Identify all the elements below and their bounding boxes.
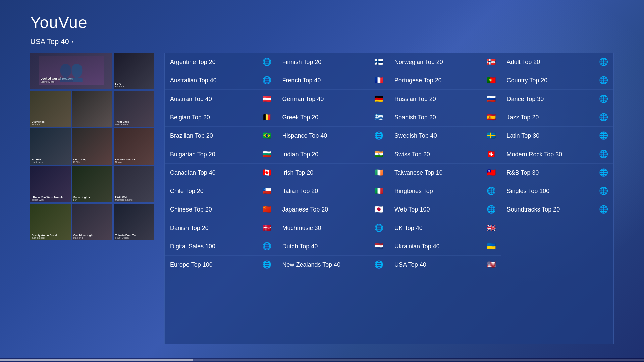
chart-item-europe-top-100[interactable]: Europe Top 100 🌐 [165, 256, 277, 274]
chart-item-greek-top-20[interactable]: Greek Top 20 🇬🇷 [277, 108, 389, 127]
section-header: USA Top 40 › [30, 37, 614, 46]
chart-item-brazilian-top-20[interactable]: Brazilian Top 20 🇧🇷 [165, 127, 277, 145]
chart-item-dutch-top-40[interactable]: Dutch Top 40 🇳🇱 [277, 237, 389, 256]
thumbnail-4[interactable] [72, 90, 113, 127]
chart-item-modern-rock-top-30[interactable]: Modern Rock Top 30 🌐 [501, 145, 614, 164]
chart-item-uk-top-40[interactable]: UK Top 40 🇬🇧 [389, 219, 501, 237]
chart-item-new-zealands-top-40[interactable]: New Zealands Top 40 🌐 [277, 256, 389, 274]
chart-panel: Argentine Top 20 🌐 Australian Top 40 🌐 A… [164, 53, 614, 344]
chart-item-chile-top-20[interactable]: Chile Top 20 🇨🇱 [165, 182, 277, 200]
thumbnail-large[interactable]: Locked Out Of Heaven Bruno Mars 👥 [30, 53, 112, 89]
thumbnail-5[interactable]: Let Me Love You Ne-Yo [114, 128, 154, 165]
thumbnail-7[interactable]: Die Young Ke$Ha [72, 128, 113, 165]
main-layout: Locked Out Of Heaven Bruno Mars 👥 I Cry … [30, 53, 614, 344]
thumbnail-panel: Locked Out Of Heaven Bruno Mars 👥 I Cry … [30, 53, 154, 240]
chart-item-web-top-100[interactable]: Web Top 100 🌐 [389, 200, 501, 219]
chart-item-spanish-top-20[interactable]: Spanish Top 20 🇪🇸 [389, 108, 501, 127]
app-title: YouVue [30, 13, 614, 32]
section-title[interactable]: USA Top 40 [30, 37, 69, 46]
chart-item-norwegian-top-20[interactable]: Norwegian Top 20 🇳🇴 [389, 53, 501, 71]
chart-item-swedish-top-40[interactable]: Swedish Top 40 🇸🇪 [389, 127, 501, 145]
chart-item-austrian-top-40[interactable]: Austrian Top 40 🇦🇹 [165, 90, 277, 108]
thumbnail-8[interactable]: I Will Wait Mumford & Sons [114, 166, 154, 202]
thumbnail-10[interactable]: Some Nights Fun [72, 166, 113, 202]
chart-item-ringtones-top[interactable]: Ringtones Top 🌐 [389, 182, 501, 200]
main-content: YouVue USA Top 40 › Locked Out Of Heaven… [0, 0, 644, 362]
chart-item-bulgarian-top-20[interactable]: Bulgarian Top 20 🇧🇬 [165, 145, 277, 164]
thumbnail-11[interactable]: Beauty And A Beast Justin Bieber [30, 204, 71, 240]
chart-item-taiwanese-top-10[interactable]: Taiwanese Top 10 🇹🇼 [389, 164, 501, 182]
chart-item-digital-sales-100[interactable]: Digital Sales 100 🌐 [165, 237, 277, 256]
chart-item-muchmusic-30[interactable]: Muchmusic 30 🌐 [277, 219, 389, 237]
chart-item-indian-top-20[interactable]: Indian Top 20 🇮🇳 [277, 145, 389, 164]
chart-item-japanese-top-20[interactable]: Japanese Top 20 🇯🇵 [277, 200, 389, 219]
chart-item-german-top-40[interactable]: German Top 40 🇩🇪 [277, 90, 389, 108]
chart-item-singles-top-100[interactable]: Singles Top 100 🌐 [501, 182, 614, 200]
chart-item-irish-top-20[interactable]: Irish Top 20 🇮🇪 [277, 164, 389, 182]
thumbnail-2[interactable]: Thrift Shop Macklemore [114, 90, 154, 127]
chart-item-italian-top-20[interactable]: Italian Top 20 🇮🇹 [277, 182, 389, 200]
thumbnail-6[interactable]: Ho Hey Lumineers [30, 128, 71, 165]
chart-item-country-top-20[interactable]: Country Top 20 🌐 [501, 71, 614, 90]
chart-item-danish-top-20[interactable]: Danish Top 20 🇩🇰 [165, 219, 277, 237]
chart-item-argentine-top-20[interactable]: Argentine Top 20 🌐 [165, 53, 277, 71]
chart-item-rb-top-30[interactable]: R&B Top 30 🌐 [501, 164, 614, 182]
chart-item-portugese-top-20[interactable]: Portugese Top 20 🇵🇹 [389, 71, 501, 90]
thumbnail-3[interactable]: Diamonds Rihanna [30, 90, 71, 127]
chart-item-belgian-top-20[interactable]: Belgian Top 20 🇧🇪 [165, 108, 277, 127]
chart-column-4: Adult Top 20 🌐 Country Top 20 🌐 Dance To… [501, 53, 614, 344]
chart-item-swiss-top-20[interactable]: Swiss Top 20 🇨🇭 [389, 145, 501, 164]
thumbnail-13[interactable]: Thinkin Bout You Frank Ocean [114, 204, 154, 240]
chart-item-russian-top-20[interactable]: Russian Top 20 🇷🇺 [389, 90, 501, 108]
thumbnail-9[interactable]: I Knew You Were Trouble Taylor Swift [30, 166, 71, 202]
chart-item-australian-top-40[interactable]: Australian Top 40 🌐 [165, 71, 277, 90]
chart-item-adult-top-20[interactable]: Adult Top 20 🌐 [501, 53, 614, 71]
chart-column-3: Norwegian Top 20 🇳🇴 Portugese Top 20 🇵🇹 … [389, 53, 501, 344]
chevron-right-icon: › [72, 38, 74, 45]
thumbnail-1[interactable]: I Cry Flo Rida [114, 53, 154, 89]
chart-item-canadian-top-40[interactable]: Canadian Top 40 🇨🇦 [165, 164, 277, 182]
chart-item-soundtracks-top-20[interactable]: Soundtracks Top 20 🌐 [501, 200, 614, 219]
chart-item-jazz-top-20[interactable]: Jazz Top 20 🌐 [501, 108, 614, 127]
chart-item-usa-top-40[interactable]: USA Top 40 🇺🇸 [389, 256, 501, 274]
chart-item-finnish-top-20[interactable]: Finnish Top 20 🇫🇮 [277, 53, 389, 71]
chart-item-french-top-40[interactable]: French Top 40 🇫🇷 [277, 71, 389, 90]
chart-item-latin-top-30[interactable]: Latin Top 30 🌐 [501, 127, 614, 145]
chart-column-2: Finnish Top 20 🇫🇮 French Top 40 🇫🇷 Germa… [277, 53, 389, 344]
chart-column-1: Argentine Top 20 🌐 Australian Top 40 🌐 A… [165, 53, 277, 344]
chart-item-ukrainian-top-40[interactable]: Ukrainian Top 40 🇺🇦 [389, 237, 501, 256]
thumbnail-12[interactable]: One More Night Maroon 5 [72, 204, 113, 240]
chart-item-chinese-top-20[interactable]: Chinese Top 20 🇨🇳 [165, 200, 277, 219]
chart-item-hispance-top-40[interactable]: Hispance Top 40 🌐 [277, 127, 389, 145]
chart-item-dance-top-30[interactable]: Dance Top 30 🌐 [501, 90, 614, 108]
